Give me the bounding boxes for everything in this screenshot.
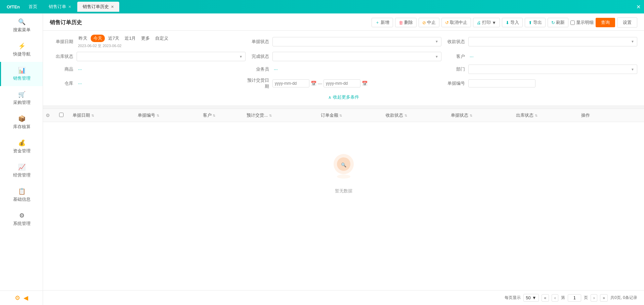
delivery-status-select[interactable]: ▼ [77,52,246,61]
doc-no-label: 单据编号 [441,80,468,86]
calendar-end-icon[interactable]: 📅 [362,81,368,86]
sidebar-settings-btn[interactable]: ⚙ [15,294,20,302]
sort-payment-icon[interactable]: ⇅ [404,114,407,117]
date-btn-today[interactable]: 今天 [91,35,105,42]
toolbar-label-print: 打印 [482,20,491,26]
sort-date-icon[interactable]: ⇅ [91,114,94,117]
toolbar-btn-import[interactable]: ⬇导入 [502,18,523,27]
goods-ellipsis-icon[interactable]: ··· [78,67,82,72]
header-row: ⚙ 单据日期 ⇅ 单据编号 ⇅ [43,109,644,122]
svg-point-3 [337,175,350,179]
delivery-date-start[interactable] [272,79,309,87]
tab-close-sales-order[interactable]: ✕ [68,5,71,9]
sidebar-item-basic-info[interactable]: 📋 基础信息 [0,183,43,207]
sidebar-item-operation[interactable]: 📈 经营管理 [0,159,43,183]
last-page-btn[interactable]: » [600,294,608,302]
tab-label-home: 首页 [29,4,37,10]
department-select[interactable]: ▼ [468,65,637,74]
first-page-btn[interactable]: « [542,294,549,302]
sort-amount-icon[interactable]: ⇅ [339,114,342,117]
toolbar-btn-print[interactable]: 🖨打印▼ [473,18,500,27]
table-settings-icon[interactable]: ⚙ [46,113,50,118]
sidebar-icon-basic-info: 📋 [18,188,26,195]
th-payment-status-label: 收款状态 [386,113,403,118]
sidebar-item-sales-mgmt[interactable]: 📊 销售管理 [0,62,43,86]
toolbar-btn-refresh[interactable]: ↻刷新 [548,18,568,27]
settings-button[interactable]: 设置 [617,17,637,28]
tab-close-sales-order-history[interactable]: ✕ [111,5,114,9]
toolbar-icon-new: ＋ [375,20,380,26]
tab-sales-order[interactable]: 销售订单✕ [43,2,77,12]
toolbar-btn-new[interactable]: ＋新增 [372,18,393,27]
show-detail-checkbox[interactable] [570,21,575,25]
toolbar-btn-export[interactable]: ⬆导出 [525,18,546,27]
delivery-date-inputs: 📅 — 📅 [272,79,368,87]
toolbar-btn-cancel-stop[interactable]: ↺取消中止 [441,18,471,27]
toolbar-label-import: 导入 [510,20,519,26]
sort-deliverystatus-icon[interactable]: ⇅ [535,114,538,117]
sidebar-item-finance[interactable]: 💰 资金管理 [0,135,43,159]
sort-docstatus-icon[interactable]: ⇅ [470,114,472,117]
delivery-date-end[interactable] [324,79,360,87]
page-header: 销售订单历史 ＋新增🗑删除⊘中止↺取消中止🖨打印▼⬇导入⬆导出↻刷新显示明细查询… [43,13,644,31]
filter-section-delivery-status: 出库状态 ▼ [50,52,246,61]
collapse-btn[interactable]: ∧ 收起更多条件 [328,93,359,102]
page-number-input[interactable] [568,294,581,302]
filter-section-complete-status: 完成状态 ▼ [246,52,441,61]
sort-customer-icon[interactable]: ⇅ [213,114,215,117]
date-btn-custom[interactable]: 自定义 [153,35,170,42]
sidebar-bottom: ⚙ ◀ [0,291,43,305]
close-window-icon[interactable]: ✕ [636,4,641,10]
sidebar-label-purchase-mgmt: 采购管理 [13,100,31,106]
tab-home[interactable]: 首页 [23,2,43,12]
calendar-start-icon[interactable]: 📅 [311,81,316,86]
show-detail-text: 显示明细 [576,20,594,26]
show-detail-label[interactable]: 显示明细 [570,20,594,26]
complete-status-select[interactable]: ▼ [272,52,441,61]
tab-label-sales-order-history: 销售订单历史 [83,4,109,10]
th-operation-label: 操作 [581,113,590,118]
th-payment-status: 收款状态 ⇅ [383,109,448,122]
salesperson-ellipsis-icon[interactable]: ··· [274,67,278,72]
prev-page-btn[interactable]: ‹ [552,294,558,302]
tab-sales-order-history[interactable]: 销售订单历史✕ [77,2,119,12]
sidebar-icon-operation: 📈 [18,163,26,171]
sort-delivery-icon[interactable]: ⇅ [269,114,272,117]
top-bar-right: ✕ [636,4,641,10]
complete-status-label: 完成状态 [246,53,272,60]
toolbar-arrow-print: ▼ [492,20,496,25]
page-size-label: 每页显示 [505,295,521,301]
th-customer-label: 客户 [203,113,212,118]
doc-no-input[interactable] [468,79,535,87]
sidebar-item-quick-nav[interactable]: ⚡ 快捷导航 [0,38,43,62]
toolbar-btn-delete[interactable]: 🗑删除 [395,18,417,27]
warehouse-ellipsis-icon[interactable]: ··· [78,81,82,86]
payment-status-select[interactable]: ▼ [468,37,637,46]
filter-section-delivery-date: 预计交货日期 📅 — 📅 [246,77,441,89]
customer-ellipsis-icon[interactable]: ··· [470,54,474,59]
filter-section-customer: 客户 ··· [441,53,637,60]
sidebar-item-purchase-mgmt[interactable]: 🛒 采购管理 [0,86,43,110]
toolbar-btn-stop[interactable]: ⊘中止 [419,18,439,27]
sidebar-icon-system: ⚙ [19,212,25,219]
next-page-btn[interactable]: › [591,294,597,302]
date-btn-1month[interactable]: 近1月 [123,35,138,42]
empty-text: 暂无数据 [335,188,352,194]
th-settings: ⚙ [43,109,56,122]
toolbar-icon-cancel-stop: ↺ [445,20,449,25]
empty-icon: 🔍 [327,149,360,183]
sort-docno-icon[interactable]: ⇅ [157,114,159,117]
date-btn-7days[interactable]: 近7天 [106,35,121,42]
sidebar-collapse-btn[interactable]: ◀ [24,294,28,302]
query-button[interactable]: 查询 [596,18,615,27]
sidebar-item-search-menu[interactable]: 🔍 搜索菜单 [0,13,43,38]
date-btn-yesterday[interactable]: 昨天 [77,35,89,42]
sidebar-item-inventory[interactable]: 📦 库存核算 [0,110,43,135]
doc-status-select[interactable]: ▼ [272,37,441,46]
date-btn-more[interactable]: 更多 [139,35,152,42]
sidebar-item-system[interactable]: ⚙ 系统管理 [0,207,43,231]
th-date: 单据日期 ⇅ [70,109,135,122]
select-all-checkbox[interactable] [59,113,63,117]
page-size-select[interactable]: 50 ▼ [523,294,539,302]
toolbar-icon-refresh: ↻ [551,20,555,25]
